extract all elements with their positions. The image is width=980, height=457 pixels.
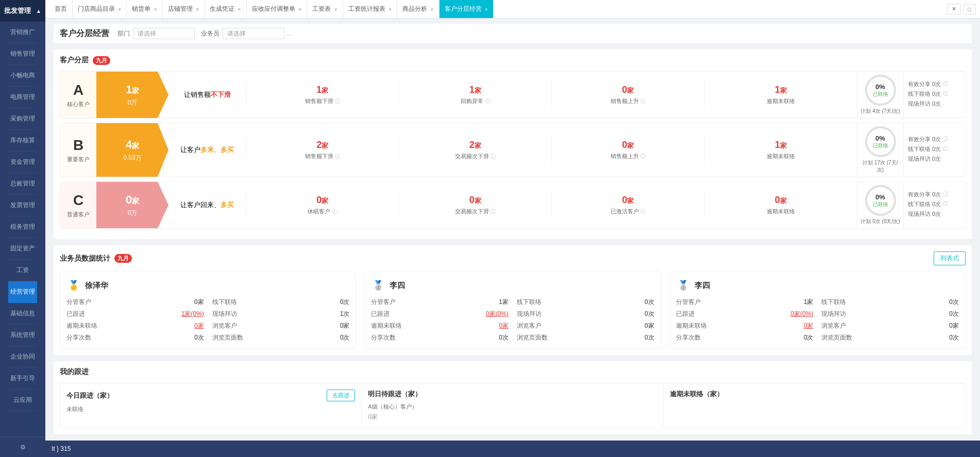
- sidebar-header[interactable]: 批发管理 ▲: [0, 0, 45, 22]
- staff-metric-row: 分享次数 0次: [676, 333, 814, 342]
- goto-followup-button[interactable]: 去跟进: [327, 390, 355, 401]
- staff-metric-row: 逾期未联络 0家: [66, 321, 204, 330]
- staff-metric-row: 分享次数 0次: [66, 333, 204, 342]
- close-window-button[interactable]: ✕: [947, 4, 961, 14]
- tab-生成凭证[interactable]: 生成凭证×: [205, 0, 246, 19]
- tab-close-icon[interactable]: ×: [238, 6, 241, 12]
- staff-badge-3: 🥈: [676, 278, 690, 293]
- tier-c-slogan: 让客户回来、多买: [168, 182, 246, 228]
- sidebar-item-小畅电商[interactable]: 小畅电商: [8, 65, 37, 87]
- staff-metric-row: 分享次数 0次: [371, 333, 509, 342]
- tab-bar-items: 首页门店商品目录×销货单×店铺管理×生成凭证×应收应付调整单×工资表×工资统计报…: [49, 0, 947, 19]
- followup-section: 我的跟进 今日跟进（家） 去跟进 未联络 明日待跟进（家） A级（核心）客户） …: [54, 361, 972, 434]
- sidebar-item-库存核算[interactable]: 库存核算: [8, 130, 37, 151]
- dept-label: 部门: [117, 29, 130, 38]
- tab-end-buttons: ✕ □: [947, 4, 976, 14]
- staff-section-title: 业务员数据统计 九月: [60, 254, 132, 263]
- sidebar-item-云应用[interactable]: 云应用: [8, 390, 37, 411]
- followup-col-tomorrow: 明日待跟进（家） A级（核心）客户） 0家: [362, 383, 663, 428]
- tab-close-icon[interactable]: ×: [485, 6, 488, 12]
- staff-metric-row: 现场拜访 0次: [821, 310, 959, 318]
- metric-cell: 1家 销售额下滑 ⓘ: [246, 81, 399, 108]
- metric-cell: 0家 销售额上升 ⓘ: [551, 81, 704, 108]
- staff-metric-row: 现场拜访 0次: [517, 310, 654, 318]
- sidebar-item-营销推广[interactable]: 营销推广: [8, 22, 37, 43]
- sidebar: 批发管理 ▲ 营销推广销售管理小畅电商电商管理采购管理库存核算资金管理总账管理发…: [0, 0, 45, 457]
- gear-icon[interactable]: ⚙: [0, 437, 45, 457]
- tab-工资统计报表[interactable]: 工资统计报表×: [343, 0, 397, 19]
- sidebar-item-税务管理[interactable]: 税务管理: [8, 216, 37, 238]
- sidebar-item-新手引导[interactable]: 新手引导: [8, 368, 37, 390]
- sidebar-item-电商管理[interactable]: 电商管理: [8, 87, 37, 108]
- sidebar-item-经营管理[interactable]: 经营管理: [8, 281, 37, 303]
- metric-cell: 0家 销售额上升 ⓘ: [551, 137, 704, 163]
- sidebar-item-系统管理[interactable]: 系统管理: [8, 325, 37, 346]
- staff-select[interactable]: 请选择: [223, 28, 284, 39]
- tier-a-right-stats: 有效分享 0次 ⓘ 线下联络 0次 ⓘ 现场拜访 0次: [903, 72, 965, 118]
- staff-name-row-2: 🥈 李四: [371, 278, 654, 293]
- staff-month-badge: 九月: [114, 254, 132, 263]
- dept-select[interactable]: 请选择: [133, 28, 195, 39]
- page-title: 客户分层经营: [60, 28, 109, 39]
- metric-cell: 1家 逾期未联络: [704, 81, 857, 108]
- tier-b-label: B 重要客户: [60, 123, 96, 177]
- followup-title: 我的跟进: [60, 367, 966, 377]
- sidebar-item-固定资产[interactable]: 固定资产: [8, 238, 37, 260]
- tab-门店商品目录[interactable]: 门店商品目录×: [73, 0, 127, 19]
- staff-grid: 🥇 徐泽华 分管客户 0家 线下联络 0次 已跟进: [60, 272, 966, 349]
- tab-工资表[interactable]: 工资表×: [307, 0, 343, 19]
- metric-cell: 2家 销售额下滑 ⓘ: [246, 137, 399, 163]
- sidebar-item-工资[interactable]: 工资: [8, 260, 37, 281]
- metric-cell: 1家 逾期未联络: [704, 137, 857, 163]
- sidebar-item-采购管理[interactable]: 采购管理: [8, 108, 37, 130]
- content-area: 客户分层经营 部门 请选择 业务员 请选择 ... 客户分层 九月: [45, 19, 980, 441]
- tab-close-icon[interactable]: ×: [334, 6, 337, 12]
- more-icon[interactable]: ...: [286, 30, 292, 37]
- staff-stats-section: 业务员数据统计 九月 列表式 🥇 徐泽华 分管客户 0家: [54, 245, 972, 355]
- tier-c-right-stats: 有效分享 0次 ⓘ 线下联络 0次 ⓘ 现场拜访 0次: [903, 182, 965, 228]
- tab-应收应付调整单[interactable]: 应收应付调整单×: [247, 0, 307, 19]
- maximize-button[interactable]: □: [963, 4, 976, 14]
- tab-close-icon[interactable]: ×: [154, 6, 157, 12]
- tab-商品分析[interactable]: 商品分析×: [397, 0, 439, 19]
- sidebar-item-企业协同[interactable]: 企业协同: [8, 346, 37, 368]
- sidebar-item-基础信息[interactable]: 基础信息: [8, 303, 37, 325]
- tier-a-count: 1家 0万: [96, 72, 168, 118]
- staff-metric-row: 已跟进 1家(0%): [66, 310, 204, 318]
- sidebar-item-销售管理[interactable]: 销售管理: [8, 43, 37, 65]
- staff-metric-row: 浏览页面数 0次: [212, 333, 350, 342]
- tab-close-icon[interactable]: ×: [298, 6, 301, 12]
- staff-metric-row: 浏览客户 0家: [517, 321, 654, 330]
- customer-tier-section: 客户分层 九月 A 核心客户 1家 0万 让销售额不下滑 1家: [54, 49, 972, 239]
- staff-badge-1: 🥇: [66, 278, 81, 293]
- metric-cell: 1家 回购异常 ⓘ: [399, 81, 552, 108]
- sidebar-item-资金管理[interactable]: 资金管理: [8, 151, 37, 173]
- tab-客户分层经营[interactable]: 客户分层经营×: [440, 0, 494, 19]
- staff-metric-row: 浏览页面数 0次: [821, 333, 959, 342]
- tab-close-icon[interactable]: ×: [430, 6, 433, 12]
- staff-name-row-3: 🥈 李四: [676, 278, 959, 293]
- tier-c-label: C 普通客户: [60, 182, 96, 228]
- tab-close-icon[interactable]: ×: [118, 6, 121, 12]
- sidebar-item-总账管理[interactable]: 总账管理: [8, 173, 37, 195]
- tier-row-b: B 重要客户 4家 0.53万 让客户多来、多买 2家 销售额下滑 ⓘ 2: [60, 123, 966, 177]
- tab-店铺管理[interactable]: 店铺管理×: [163, 0, 205, 19]
- tier-b-metrics: 2家 销售额下滑 ⓘ 2家 交易频次下滑 ⓘ 0家 销售额上升 ⓘ 1家 逾期未…: [246, 123, 857, 177]
- followup-grid: 今日跟进（家） 去跟进 未联络 明日待跟进（家） A级（核心）客户） 0家 逾期…: [60, 383, 966, 428]
- staff-card-1: 🥇 徐泽华 分管客户 0家 线下联络 0次 已跟进: [60, 272, 356, 349]
- list-view-button[interactable]: 列表式: [934, 251, 966, 265]
- tab-close-icon[interactable]: ×: [196, 6, 199, 12]
- staff-card-2: 🥈 李四 分管客户 1家 线下联络 0次 已跟进: [364, 272, 661, 349]
- tab-销货单[interactable]: 销货单×: [127, 0, 162, 19]
- sidebar-item-发票管理[interactable]: 发票管理: [8, 195, 37, 216]
- staff-metric-row: 浏览客户 0家: [212, 321, 350, 330]
- staff-metric-row: 现场拜访 1次: [212, 310, 350, 318]
- metric-cell: 2家 交易频次下滑 ⓘ: [399, 137, 552, 163]
- sidebar-title: 批发管理: [4, 6, 31, 15]
- tab-close-icon[interactable]: ×: [388, 6, 392, 12]
- tab-首页[interactable]: 首页: [49, 0, 73, 19]
- main-area: 首页门店商品目录×销货单×店铺管理×生成凭证×应收应付调整单×工资表×工资统计报…: [45, 0, 980, 457]
- staff-name-1: 徐泽华: [85, 281, 108, 291]
- tier-b-right-stats: 有效分享 0次 ⓘ 线下联络 0次 ⓘ 现场拜访 0次: [903, 123, 965, 177]
- followup-col-overdue: 逾期未联络（家）: [664, 383, 965, 428]
